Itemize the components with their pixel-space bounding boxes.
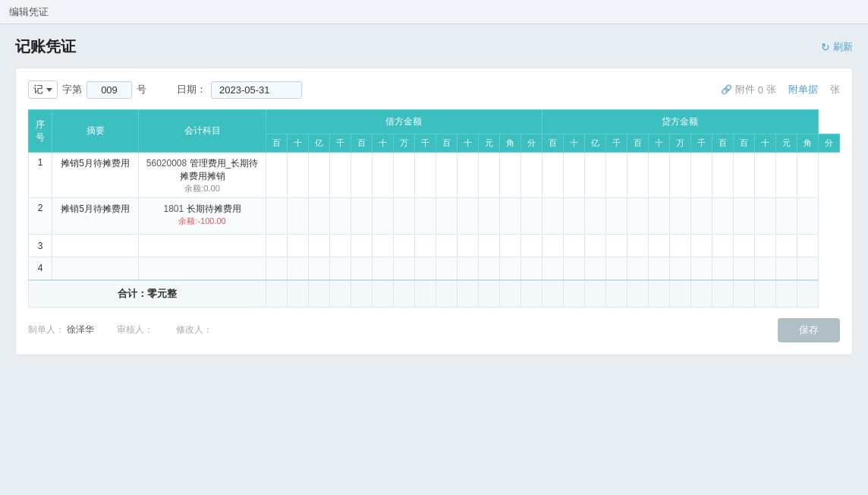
r3d3[interactable] — [308, 235, 329, 257]
r3c8[interactable] — [690, 235, 712, 257]
r1d7[interactable] — [393, 153, 414, 198]
r2d11[interactable] — [478, 198, 499, 235]
r1d1[interactable] — [266, 153, 287, 198]
r4c5[interactable] — [627, 257, 648, 280]
r1c2[interactable] — [563, 153, 584, 198]
r2d8[interactable] — [414, 198, 436, 235]
r3c10[interactable] — [733, 235, 754, 257]
r1d11[interactable] — [478, 153, 499, 198]
r2c11[interactable] — [754, 198, 775, 235]
r4d6[interactable] — [372, 257, 393, 280]
r4c11[interactable] — [754, 257, 775, 280]
r4d4[interactable] — [329, 257, 351, 280]
row3-summary[interactable] — [52, 235, 139, 257]
r1c4[interactable] — [605, 153, 627, 198]
r3d12[interactable] — [499, 235, 520, 257]
r4c2[interactable] — [563, 257, 584, 280]
r3d7[interactable] — [393, 235, 414, 257]
r2d4[interactable] — [329, 198, 351, 235]
r1d3[interactable] — [308, 153, 329, 198]
r1c13[interactable] — [797, 153, 818, 198]
r4d9[interactable] — [436, 257, 457, 280]
r4c1[interactable] — [542, 257, 563, 280]
r2c1[interactable] — [542, 198, 563, 235]
r4d10[interactable] — [457, 257, 478, 280]
refresh-button[interactable]: ↻ 刷新 — [821, 40, 853, 54]
r2c10[interactable] — [733, 198, 754, 235]
r1d5[interactable] — [351, 153, 372, 198]
r1c7[interactable] — [669, 153, 690, 198]
r2d6[interactable] — [372, 198, 393, 235]
r2d10[interactable] — [457, 198, 478, 235]
r2d12[interactable] — [499, 198, 520, 235]
r1c11[interactable] — [754, 153, 775, 198]
r2c4[interactable] — [605, 198, 627, 235]
r3c9[interactable] — [712, 235, 733, 257]
r3c6[interactable] — [648, 235, 669, 257]
r4c7[interactable] — [669, 257, 690, 280]
r3c13[interactable] — [797, 235, 818, 257]
r3d8[interactable] — [414, 235, 436, 257]
r4c12[interactable] — [775, 257, 797, 280]
voucher-type-button[interactable]: 记 — [28, 80, 58, 99]
r1d10[interactable] — [457, 153, 478, 198]
r1c12[interactable] — [775, 153, 797, 198]
r4c6[interactable] — [648, 257, 669, 280]
r1d2[interactable] — [287, 153, 308, 198]
r2c13[interactable] — [797, 198, 818, 235]
r3c5[interactable] — [627, 235, 648, 257]
date-input[interactable] — [211, 81, 302, 99]
r2d2[interactable] — [287, 198, 308, 235]
r2d9[interactable] — [436, 198, 457, 235]
r4d2[interactable] — [287, 257, 308, 280]
r4d1[interactable] — [266, 257, 287, 280]
row3-account[interactable] — [139, 235, 266, 257]
r3c1[interactable] — [542, 235, 563, 257]
r2c12[interactable] — [775, 198, 797, 235]
r3c2[interactable] — [563, 235, 584, 257]
r2c5[interactable] — [627, 198, 648, 235]
r2c2[interactable] — [563, 198, 584, 235]
r1d13[interactable] — [520, 153, 542, 198]
r3d9[interactable] — [436, 235, 457, 257]
voucher-number-input[interactable] — [86, 81, 132, 99]
r2c9[interactable] — [712, 198, 733, 235]
r4d11[interactable] — [478, 257, 499, 280]
r1c6[interactable] — [648, 153, 669, 198]
r1d9[interactable] — [436, 153, 457, 198]
r2c6[interactable] — [648, 198, 669, 235]
r3d11[interactable] — [478, 235, 499, 257]
r2d13[interactable] — [520, 198, 542, 235]
save-button[interactable]: 保存 — [778, 318, 840, 342]
r3c12[interactable] — [775, 235, 797, 257]
r1c1[interactable] — [542, 153, 563, 198]
r1d8[interactable] — [414, 153, 436, 198]
r4d3[interactable] — [308, 257, 329, 280]
r4c8[interactable] — [690, 257, 712, 280]
r3d10[interactable] — [457, 235, 478, 257]
r3d1[interactable] — [266, 235, 287, 257]
r4d5[interactable] — [351, 257, 372, 280]
r2d5[interactable] — [351, 198, 372, 235]
r3d5[interactable] — [351, 235, 372, 257]
r1c9[interactable] — [712, 153, 733, 198]
r4c10[interactable] — [733, 257, 754, 280]
r3d6[interactable] — [372, 235, 393, 257]
r1c5[interactable] — [627, 153, 648, 198]
r1c8[interactable] — [690, 153, 712, 198]
r4d13[interactable] — [520, 257, 542, 280]
r4d12[interactable] — [499, 257, 520, 280]
r2d1[interactable] — [266, 198, 287, 235]
r2d7[interactable] — [393, 198, 414, 235]
row4-account[interactable] — [139, 257, 266, 280]
r3d13[interactable] — [520, 235, 542, 257]
r1c3[interactable] — [584, 153, 605, 198]
r3c4[interactable] — [605, 235, 627, 257]
r2c7[interactable] — [669, 198, 690, 235]
r1d4[interactable] — [329, 153, 351, 198]
attach-sheet-label[interactable]: 附单据 — [788, 83, 818, 96]
r4c4[interactable] — [605, 257, 627, 280]
r4c3[interactable] — [584, 257, 605, 280]
r2d3[interactable] — [308, 198, 329, 235]
r4c9[interactable] — [712, 257, 733, 280]
